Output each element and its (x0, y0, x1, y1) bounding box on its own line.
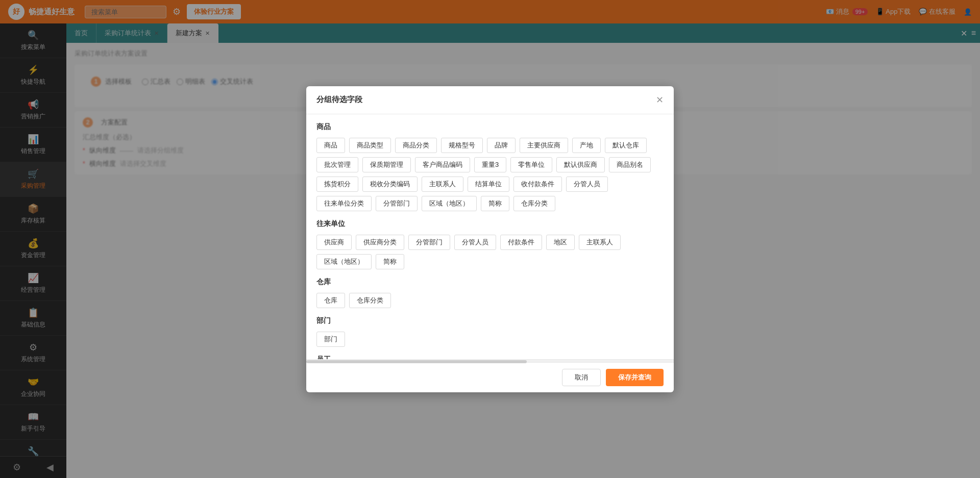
tag-customer-code[interactable]: 客户商品编码 (415, 157, 470, 172)
tag-product-category[interactable]: 商品分类 (395, 138, 437, 153)
cancel-button[interactable]: 取消 (562, 369, 601, 386)
tag-supplier-category[interactable]: 供应商分类 (356, 235, 404, 250)
dialog-body[interactable]: 商品 商品 商品类型 商品分类 规格型号 品牌 主要供应商 产地 默认仓库 批次… (306, 114, 674, 359)
tag-short-name[interactable]: 简称 (481, 196, 509, 211)
tag-payment-terms[interactable]: 收付款条件 (513, 177, 562, 192)
tag-region-partner[interactable]: 区域（地区） (316, 254, 372, 269)
dialog-footer: 取消 保存并查询 (306, 362, 674, 392)
section-partner-title: 往来单位 (316, 219, 664, 229)
save-query-button[interactable]: 保存并查询 (606, 369, 664, 386)
tag-warehouse[interactable]: 仓库 (316, 293, 345, 308)
tag-dept-manage[interactable]: 分管部门 (408, 235, 450, 250)
tag-product-alias[interactable]: 商品别名 (609, 157, 651, 172)
tag-default-warehouse[interactable]: 默认仓库 (605, 138, 647, 153)
tag-origin[interactable]: 产地 (572, 138, 601, 153)
tag-unit-category[interactable]: 往来单位分类 (316, 196, 372, 211)
tag-shelf-life[interactable]: 保质期管理 (362, 157, 411, 172)
tag-region-product[interactable]: 区域（地区） (422, 196, 477, 211)
tag-area[interactable]: 地区 (546, 235, 575, 250)
tag-person-manage[interactable]: 分管人员 (454, 235, 496, 250)
field-select-dialog: 分组待选字段 ✕ 商品 商品 商品类型 商品分类 规格型号 品牌 主要供应商 产… (306, 86, 674, 392)
warehouse-tags: 仓库 仓库分类 (316, 293, 664, 308)
partner-tags: 供应商 供应商分类 分管部门 分管人员 付款条件 地区 主联系人 区域（地区） … (316, 235, 664, 269)
tag-dept[interactable]: 部门 (316, 332, 345, 347)
tag-settlement-unit[interactable]: 结算单位 (468, 177, 509, 192)
tag-retail-unit[interactable]: 零售单位 (510, 157, 552, 172)
tag-spec-model[interactable]: 规格型号 (441, 138, 483, 153)
tag-brand[interactable]: 品牌 (487, 138, 516, 153)
section-warehouse-title: 仓库 (316, 278, 664, 287)
tag-supplier[interactable]: 供应商 (316, 235, 352, 250)
dialog-header: 分组待选字段 ✕ (306, 86, 674, 114)
dept-tags: 部门 (316, 332, 664, 347)
tag-short-name2[interactable]: 简称 (376, 254, 404, 269)
tag-weight3[interactable]: 重量3 (474, 157, 506, 172)
section-staff-title: 员工 (316, 355, 664, 359)
tag-tax-code[interactable]: 税收分类编码 (362, 177, 418, 192)
scrollbar-thumb (306, 360, 527, 363)
tag-main-contact[interactable]: 主联系人 (422, 177, 463, 192)
tag-warehouse-category[interactable]: 仓库分类 (349, 293, 391, 308)
tag-main-contact2[interactable]: 主联系人 (579, 235, 621, 250)
modal-overlay: 分组待选字段 ✕ 商品 商品 商品类型 商品分类 规格型号 品牌 主要供应商 产… (0, 0, 980, 478)
tag-product-type[interactable]: 商品类型 (349, 138, 391, 153)
tag-manage-dept[interactable]: 分管部门 (376, 196, 418, 211)
section-dept-title: 部门 (316, 316, 664, 325)
horizontal-scrollbar[interactable] (306, 359, 674, 362)
tag-product[interactable]: 商品 (316, 138, 345, 153)
tag-pick-points[interactable]: 拣货积分 (316, 177, 358, 192)
section-product-title: 商品 (316, 122, 664, 132)
dialog-close-button[interactable]: ✕ (656, 94, 664, 106)
tag-default-supplier[interactable]: 默认供应商 (556, 157, 605, 172)
dialog-title: 分组待选字段 (316, 95, 362, 105)
product-tags: 商品 商品类型 商品分类 规格型号 品牌 主要供应商 产地 默认仓库 批次管理 … (316, 138, 664, 211)
tag-main-supplier[interactable]: 主要供应商 (520, 138, 568, 153)
tag-payment-cond[interactable]: 付款条件 (500, 235, 542, 250)
tag-supervisor[interactable]: 分管人员 (566, 177, 608, 192)
tag-warehouse-cat[interactable]: 仓库分类 (513, 196, 555, 211)
tag-batch-mgmt[interactable]: 批次管理 (316, 157, 358, 172)
